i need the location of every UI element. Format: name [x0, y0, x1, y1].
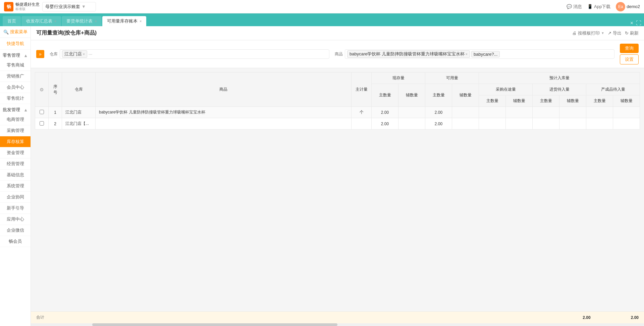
tab-available-stock-close[interactable]: × [140, 19, 142, 23]
row1-current-aux [398, 107, 425, 118]
col-num-header: 序号 [49, 73, 62, 107]
message-button[interactable]: 💬 消息 [567, 4, 582, 10]
settings-button[interactable]: 设置 [620, 54, 639, 64]
col-prod-aux-header: 辅数量 [613, 95, 640, 107]
nav-actions: × ⛶ [630, 20, 641, 26]
horizontal-scrollbar[interactable] [31, 323, 644, 326]
sidebar-item-retail-stats[interactable]: 零售统计 [0, 93, 31, 104]
settings-icon[interactable]: ⚙ [40, 87, 44, 92]
refresh-label: 刷新 [630, 30, 639, 36]
row1-checkbox[interactable] [35, 107, 49, 118]
row2-current-aux [398, 118, 425, 130]
filter-actions: 查询 设置 [620, 44, 639, 64]
sidebar-item-finance[interactable]: 资金管理 [0, 147, 31, 158]
industry-label: 母婴行业演示账套 [45, 4, 80, 10]
sidebar-item-member[interactable]: 会员中心 [0, 82, 31, 93]
col-current-main-header: 主数量 [372, 84, 398, 107]
col-prod-main-header: 主数量 [586, 95, 613, 107]
username: demo2 [627, 4, 640, 9]
sidebar-quick-nav[interactable]: 快捷导航 [0, 38, 31, 50]
sidebar-item-vip[interactable]: 畅会员 [0, 236, 31, 247]
sidebar-item-system[interactable]: 系统管理 [0, 181, 31, 192]
app-download-button[interactable]: 📱 App下载 [587, 4, 610, 10]
query-button[interactable]: 查询 [620, 44, 639, 53]
row2-checkbox[interactable] [35, 118, 49, 130]
data-table: ⚙ 序号 仓库 商品 主计量 现存量 可用量 预计入库量 主数量 辅数量 主数量 [35, 72, 640, 130]
row2-proc-main [479, 118, 506, 130]
row1-goods: babycare学饮杯 儿童防摔防撞吸管杯重力球吸嘴杯宝宝水杯 [96, 107, 352, 118]
row1-proc-aux [506, 107, 533, 118]
sidebar-item-enterprise[interactable]: 企业协同 [0, 192, 31, 203]
row2-warehouse: 江北门店【... [62, 118, 96, 130]
search-icon: 🔍 [3, 30, 9, 35]
tab-receipts-close[interactable]: × [54, 19, 56, 23]
sidebar-search-label: 搜索菜单 [10, 29, 28, 35]
row2-inbound-aux [559, 118, 586, 130]
row1-inbound-main [533, 107, 559, 118]
export-label: 导出 [613, 30, 622, 36]
sidebar-item-purchase[interactable]: 采购管理 [0, 125, 31, 136]
sidebar-item-marketing[interactable]: 营销推广 [0, 71, 31, 82]
goods-filter-group: 商品 babycare学饮杯 儿童防摔防撞吸管杯重力球吸嘴杯宝宝水杯 × bab… [335, 49, 614, 59]
goods-filter-container[interactable]: babycare学饮杯 儿童防摔防撞吸管杯重力球吸嘴杯宝宝水杯 × babyca… [345, 49, 614, 59]
col-unit-header: 主计量 [352, 73, 372, 107]
user-area[interactable]: Ea demo2 [616, 2, 640, 11]
filter-toggle-button[interactable]: » [36, 50, 44, 58]
sidebar-item-inventory[interactable]: 库存核算 [0, 136, 31, 147]
warehouse-tag: 江北门店 × [62, 50, 87, 58]
table-area: ⚙ 序号 仓库 商品 主计量 现存量 可用量 预计入库量 主数量 辅数量 主数量 [31, 68, 644, 311]
row2-proc-aux [506, 118, 533, 130]
print-button[interactable]: 🖨 按模板打印 ▼ [572, 30, 604, 36]
warehouse-tag-close[interactable]: × [83, 52, 85, 56]
warehouse-filter-group: 仓库 江北门店 × ··· [50, 49, 329, 59]
summary-current-main: 2.00 [583, 315, 590, 320]
goods-tag-0-close[interactable]: × [466, 52, 468, 56]
goods-filter-label: 商品 [335, 51, 343, 57]
print-chevron-icon: ▼ [601, 31, 604, 35]
scrollbar-thumb[interactable] [92, 323, 337, 326]
sidebar-item-operations[interactable]: 经营管理 [0, 158, 31, 170]
nav-tabs: 首页 收发存汇总表 × 要货单统计表 × 可用量库存账本 × × ⛶ [0, 13, 644, 26]
warehouse-filter-label: 仓库 [50, 51, 58, 57]
sidebar-item-newbie[interactable]: 新手引导 [0, 203, 31, 214]
tab-order-stats-close[interactable]: × [95, 19, 97, 23]
col-goods-header: 商品 [96, 73, 352, 107]
sidebar-group-retail-chevron: ▲ [23, 53, 28, 58]
col-inbound-aux-header: 辅数量 [559, 95, 586, 107]
industry-selector[interactable]: 母婴行业演示账套 ▼ [42, 2, 96, 11]
tab-receipts[interactable]: 收发存汇总表 × [21, 16, 61, 26]
tab-home[interactable]: 首页 [3, 16, 21, 26]
col-avail-main-header: 主数量 [425, 84, 452, 107]
sidebar-item-ecommerce[interactable]: 电商管理 [0, 114, 31, 125]
sidebar-group-retail-label: 零售管理 [3, 52, 20, 58]
footer-bar: 合计 2.00 2.00 [31, 311, 644, 323]
col-warehouse-header: 仓库 [62, 73, 96, 107]
refresh-button[interactable]: ↻ 刷新 [625, 30, 639, 36]
print-icon: 🖨 [572, 31, 577, 36]
nav-close-button[interactable]: × [630, 20, 633, 26]
sidebar-item-basics[interactable]: 基础信息 [0, 170, 31, 181]
tab-available-stock[interactable]: 可用量库存账本 × [102, 16, 146, 26]
tab-receipts-label: 收发存汇总表 [26, 18, 52, 24]
goods-tag-1-text: babycare?... [474, 52, 498, 57]
download-icon: 📱 [587, 4, 593, 9]
sidebar-item-app-center[interactable]: 应用中心 [0, 214, 31, 225]
row1-avail-aux [452, 107, 479, 118]
warehouse-filter-container[interactable]: 江北门店 × ··· [60, 49, 329, 59]
sidebar-item-retail-mgmt[interactable]: 零售管理 ▲ [0, 50, 31, 60]
col-current-stock-header: 现存量 [372, 73, 425, 84]
sidebar-item-wechat[interactable]: 企业微信 [0, 225, 31, 236]
nav-expand-button[interactable]: ⛶ [636, 20, 641, 26]
tab-home-label: 首页 [7, 18, 16, 24]
tab-order-stats[interactable]: 要货单统计表 × [62, 16, 101, 26]
summary-available-main: 2.00 [631, 315, 639, 320]
export-button[interactable]: ↗ 导出 [608, 30, 622, 36]
message-label: 消息 [573, 4, 582, 10]
sidebar-item-retail-mall[interactable]: 零售商城 [0, 60, 31, 71]
export-icon: ↗ [608, 31, 611, 36]
col-planned-inbound-header: 预计入库量 [479, 73, 640, 84]
chevron-down-icon: ▼ [82, 4, 86, 9]
sidebar-search[interactable]: 🔍 搜索菜单 [0, 26, 31, 38]
app-download-label: App下载 [594, 4, 610, 10]
sidebar-item-wholesale-mgmt[interactable]: 批发管理 ▲ [0, 104, 31, 114]
